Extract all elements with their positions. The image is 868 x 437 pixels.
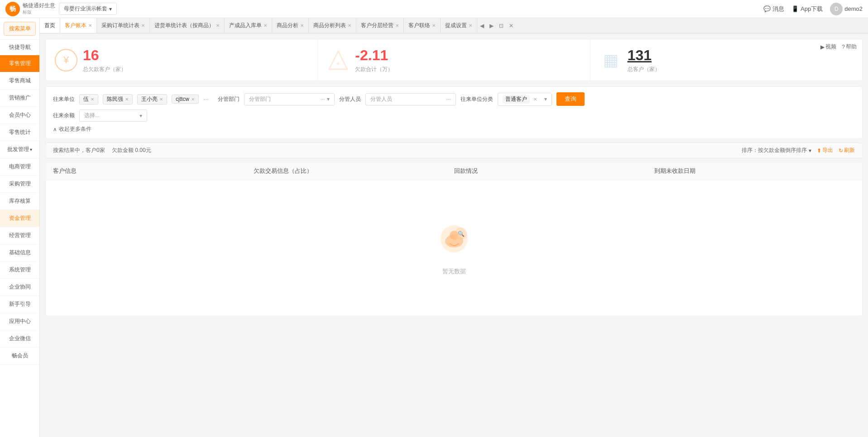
sidebar-item-system[interactable]: 系统管理 bbox=[0, 261, 39, 279]
expand-icon: ▾ bbox=[30, 147, 32, 152]
sidebar-item-collab[interactable]: 企业协同 bbox=[0, 279, 39, 296]
sidebar-item-search[interactable]: 搜索菜单 bbox=[4, 22, 36, 36]
sidebar-item-vip[interactable]: 畅会员 bbox=[0, 347, 39, 365]
tab-customer-contact[interactable]: 客户联络 ✕ bbox=[404, 18, 441, 33]
tab-customer-tier-label: 客户分层经营 bbox=[361, 22, 393, 29]
tab-close-all[interactable]: ✕ bbox=[506, 18, 516, 33]
dept-select[interactable]: 分管部门 ··· ▾ bbox=[244, 93, 335, 105]
tag-wu-text: 伍 bbox=[83, 95, 89, 103]
dept-placeholder: 分管部门 bbox=[249, 95, 271, 103]
tab-close-icon-7[interactable]: ✕ bbox=[395, 23, 399, 28]
svg-text:✦: ✦ bbox=[336, 60, 341, 67]
help-btn[interactable]: ? 帮助 bbox=[842, 43, 857, 51]
tab-close-icon[interactable]: ✕ bbox=[88, 23, 92, 28]
tab-product-inbound[interactable]: 产成品入库单 ✕ bbox=[225, 18, 272, 33]
refresh-icon: ↻ bbox=[839, 147, 843, 154]
stat-customers-number: 16 bbox=[83, 47, 126, 64]
tag-chen-close[interactable]: ✕ bbox=[125, 97, 129, 102]
sidebar-item-finance[interactable]: 资金管理 bbox=[0, 210, 39, 227]
tag-wu-close[interactable]: ✕ bbox=[91, 97, 94, 102]
sidebar-item-wechat[interactable]: 企业微信 bbox=[0, 330, 39, 347]
svg-text:🔍: 🔍 bbox=[457, 230, 464, 237]
stat-amount-label: 欠款合计（万） bbox=[355, 66, 393, 73]
tab-close-icon-8[interactable]: ✕ bbox=[432, 23, 436, 28]
sidebar-item-marketing[interactable]: 营销推广 bbox=[0, 90, 39, 107]
tab-close-icon-9[interactable]: ✕ bbox=[469, 23, 472, 28]
filter-area: 往来单位 伍 ✕ 陈民强 ✕ 王小亮 ✕ cjttcw bbox=[45, 86, 863, 139]
tab-goods-in-stats-label: 进货单统计表（按商品） bbox=[154, 22, 214, 29]
sidebar-item-wholesale[interactable]: 批发管理 ▾ bbox=[0, 141, 39, 158]
main-layout: 搜索菜单 快捷导航 零售管理 零售商城 营销推广 会员中心 零售统计 批发管理 … bbox=[0, 18, 868, 437]
sidebar-item-newbie[interactable]: 新手引导 bbox=[0, 296, 39, 313]
tab-goods-analysis[interactable]: 商品分析 ✕ bbox=[272, 18, 309, 33]
message-label: 消息 bbox=[772, 5, 784, 13]
empty-text: 暂无数据 bbox=[436, 267, 472, 276]
sidebar-item-retail-mall[interactable]: 零售商城 bbox=[0, 72, 39, 90]
person-select[interactable]: 分管人员 ··· bbox=[365, 93, 456, 105]
chevron-down-icon: ▾ bbox=[109, 6, 112, 12]
tag-wang-close[interactable]: ✕ bbox=[159, 97, 163, 102]
tab-scroll-right[interactable]: ▶ bbox=[487, 18, 496, 33]
tab-customer-ledger[interactable]: 客户账本 ✕ bbox=[60, 18, 97, 33]
tab-close-icon-4[interactable]: ✕ bbox=[264, 23, 267, 28]
search-button[interactable]: 查询 bbox=[556, 92, 585, 106]
tag-cjttcw-close[interactable]: ✕ bbox=[191, 97, 195, 102]
sidebar-item-purchase[interactable]: 采购管理 bbox=[0, 176, 39, 193]
sidebar-item-member[interactable]: 会员中心 bbox=[0, 107, 39, 124]
stat-icon-total: ▦ bbox=[599, 49, 622, 71]
collapse-icon: ∧ bbox=[53, 126, 57, 133]
sidebar-item-operations[interactable]: 经营管理 bbox=[0, 227, 39, 244]
sidebar-item-retail-stats[interactable]: 零售统计 bbox=[0, 124, 39, 141]
sort-selector[interactable]: 排序：按欠款金额倒序排序 ▾ bbox=[742, 147, 811, 154]
user-area[interactable]: D demo2 bbox=[830, 3, 863, 15]
refresh-button[interactable]: ↻ 刷新 bbox=[839, 147, 855, 154]
result-customers: 搜索结果中，客户0家 bbox=[53, 147, 105, 153]
refresh-label: 刷新 bbox=[844, 147, 855, 154]
message-btn[interactable]: 💬 消息 bbox=[763, 5, 784, 13]
account-selector[interactable]: 母婴行业演示帐套 ▾ bbox=[59, 3, 117, 15]
app-label: App下载 bbox=[801, 5, 823, 13]
filter-more-btn[interactable]: ··· bbox=[203, 95, 209, 103]
tab-close-icon-2[interactable]: ✕ bbox=[141, 23, 145, 28]
balance-placeholder: 选择... bbox=[84, 112, 100, 119]
tag-cjttcw-text: cjttcw bbox=[176, 96, 189, 102]
tab-scroll-left[interactable]: ◀ bbox=[477, 18, 487, 33]
tab-close-icon-5[interactable]: ✕ bbox=[300, 23, 304, 28]
tab-home[interactable]: 首页 bbox=[40, 18, 60, 33]
sidebar-item-ecommerce[interactable]: 电商管理 bbox=[0, 158, 39, 176]
unit-type-tag-close[interactable]: ✕ bbox=[533, 97, 537, 102]
sidebar-item-appstore[interactable]: 应用中心 bbox=[0, 313, 39, 330]
logo-text: 畅捷通好生意 bbox=[23, 2, 55, 9]
tab-product-inbound-label: 产成品入库单 bbox=[229, 22, 262, 29]
sidebar-item-quicknav[interactable]: 快捷导航 bbox=[0, 40, 39, 55]
sidebar-item-wholesale-label: 批发管理 bbox=[7, 146, 29, 153]
sidebar-item-inventory[interactable]: 库存核算 bbox=[0, 193, 39, 210]
content-area: 首页 客户账本 ✕ 采购订单统计表 ✕ 进货单统计表（按商品） ✕ 产成品入库单… bbox=[40, 18, 868, 437]
tab-customer-tier[interactable]: 客户分层经营 ✕ bbox=[356, 18, 404, 33]
logo-text-area: 畅捷通好生意 标版 bbox=[23, 2, 55, 15]
sidebar-item-retail[interactable]: 零售管理 bbox=[0, 55, 39, 72]
tab-goods-in-stats[interactable]: 进货单统计表（按商品） ✕ bbox=[150, 18, 225, 33]
tab-goods-list[interactable]: 商品分析列表 ✕ bbox=[309, 18, 356, 33]
tab-close-icon-3[interactable]: ✕ bbox=[216, 23, 220, 28]
empty-icon: 🔍 bbox=[436, 221, 472, 264]
user-name: demo2 bbox=[844, 5, 863, 12]
tab-close-icon-6[interactable]: ✕ bbox=[348, 23, 351, 28]
video-btn[interactable]: ▶ 视频 bbox=[820, 43, 836, 51]
balance-chevron: ▾ bbox=[139, 113, 142, 119]
sidebar-item-basic-info[interactable]: 基础信息 bbox=[0, 244, 39, 261]
tab-goods-list-label: 商品分析列表 bbox=[313, 22, 346, 29]
collapse-button[interactable]: ∧ 收起更多条件 bbox=[53, 125, 855, 133]
tab-purchase-stats[interactable]: 采购订单统计表 ✕ bbox=[97, 18, 150, 33]
col-repayment: 回款情况 bbox=[454, 167, 655, 175]
app-download-btn[interactable]: 📱 App下载 bbox=[791, 5, 823, 13]
app-icon: 📱 bbox=[791, 5, 799, 12]
export-button[interactable]: ⬆ 导出 bbox=[817, 147, 833, 154]
balance-select[interactable]: 选择... ▾ bbox=[79, 109, 147, 122]
unit-type-chevron: ▾ bbox=[544, 96, 547, 102]
tab-commission-settings[interactable]: 提成设置 ✕ bbox=[441, 18, 477, 33]
top-bar-left: 畅 畅捷通好生意 标版 母婴行业演示帐套 ▾ bbox=[5, 2, 117, 16]
unit-type-select[interactable]: 普通客户 ✕ ▾ bbox=[498, 93, 552, 106]
filter-tag-cjttcw: cjttcw ✕ bbox=[172, 95, 199, 104]
tab-expand[interactable]: ⊡ bbox=[496, 18, 506, 33]
